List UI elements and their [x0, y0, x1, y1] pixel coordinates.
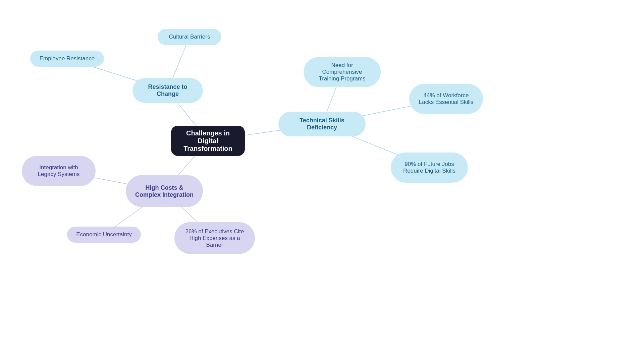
- node-center: Challenges in Digital Transformation: [171, 126, 245, 156]
- node-training-programs: Need for Comprehensive Training Programs: [304, 57, 381, 87]
- node-cultural-barriers: Cultural Barriers: [158, 29, 221, 45]
- node-future-jobs: 90% of Future Jobs Require Digital Skill…: [391, 153, 468, 183]
- node-resistance-to-change: Resistance to Change: [132, 78, 203, 103]
- node-economic-uncertainty: Economic Uncertainty: [67, 227, 141, 243]
- node-employee-resistance: Employee Resistance: [30, 51, 104, 67]
- mindmap-container: Challenges in Digital Transformation Res…: [0, 0, 644, 363]
- node-workforce-skills: 44% of Workforce Lacks Essential Skills: [409, 84, 483, 114]
- node-executives-expenses: 26% of Executives Cite High Expenses as …: [174, 222, 255, 254]
- node-high-costs: High Costs & Complex Integration: [126, 175, 203, 207]
- node-technical-skills: Technical Skills Deficiency: [278, 112, 366, 136]
- node-legacy-systems: Integration with Legacy Systems: [22, 156, 96, 186]
